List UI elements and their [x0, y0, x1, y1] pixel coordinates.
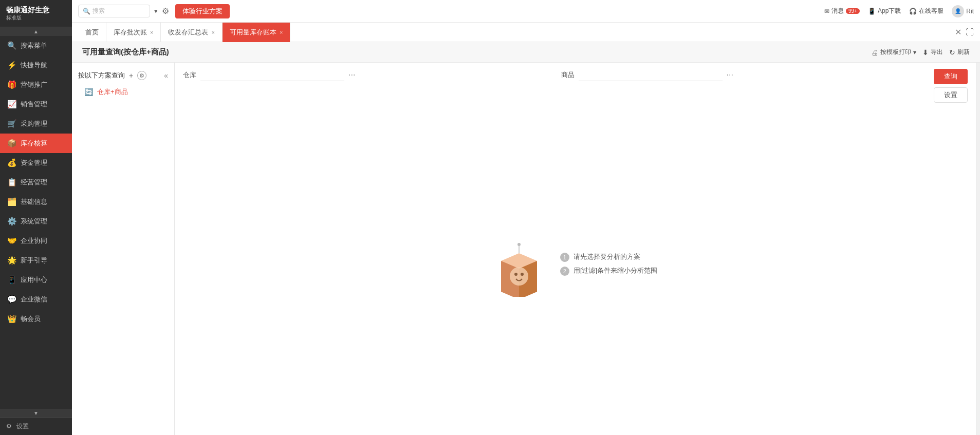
sidebar-item-system[interactable]: ⚙️系统管理: [0, 212, 72, 231]
export-btn[interactable]: ⬇ 导出: [922, 48, 943, 56]
sidebar-label-wechat: 企业微信: [21, 295, 47, 304]
tab-summary[interactable]: 收发存汇总表 ×: [161, 23, 222, 42]
app-version: 标准版: [6, 14, 66, 22]
tab-available[interactable]: 可用量库存账本 ×: [223, 23, 290, 42]
trial-button[interactable]: 体验行业方案: [175, 4, 230, 18]
topbar-search-box[interactable]: 🔍 搜索: [78, 5, 150, 17]
sidebar-item-basic[interactable]: 🗂️基础信息: [0, 192, 72, 212]
refresh-btn[interactable]: ↻ 刷新: [949, 48, 970, 56]
print-template-btn[interactable]: 🖨 按模板打印 ▾: [871, 48, 916, 56]
filter-settings-btn[interactable]: ⚙: [137, 71, 146, 80]
query-button[interactable]: 查询: [934, 69, 968, 84]
topbar-dropdown-icon[interactable]: ▾: [154, 7, 158, 15]
sidebar-item-inventory[interactable]: 📦库存核算: [0, 134, 72, 153]
sidebar-item-quick[interactable]: ⚡快捷导航: [0, 55, 72, 75]
sidebar-item-operation[interactable]: 📋经营管理: [0, 173, 72, 192]
sidebar-bottom-icon: ⚙: [6, 423, 12, 430]
user-area[interactable]: 👤 Rit: [952, 5, 974, 17]
query-filters: 仓库 ··· 商品 ···: [183, 69, 929, 81]
sidebar-label-marketing: 营销推广: [21, 80, 47, 89]
empty-hints: 1请先选择要分析的方案2用[过滤]条件来缩小分析范围: [560, 252, 657, 280]
empty-hint-2: 2用[过滤]条件来缩小分析范围: [560, 266, 657, 276]
user-name: Rit: [966, 8, 974, 15]
sidebar-item-wechat[interactable]: 💬企业微信: [0, 290, 72, 309]
warehouse-input[interactable]: [200, 69, 344, 81]
sidebar-bottom-label: 设置: [16, 423, 29, 430]
sidebar-item-marketing[interactable]: 🎁营销推广: [0, 75, 72, 94]
filter-item-warehouse-product[interactable]: 🔄 仓库+商品: [72, 83, 174, 101]
sidebar-scroll-down[interactable]: ▼: [0, 409, 72, 418]
sidebar-icon-search: 🔍: [7, 41, 16, 50]
warehouse-more-btn[interactable]: ···: [348, 70, 355, 80]
sidebar-item-sales[interactable]: 📈销售管理: [0, 94, 72, 114]
svg-point-5: [514, 273, 517, 276]
tab-batch-close[interactable]: ×: [150, 29, 153, 35]
content-area: 按以下方案查询 + ⚙ « 🔄 仓库+商品 仓库: [72, 63, 980, 435]
sidebar-icon-quick: ⚡: [7, 61, 16, 70]
sidebar-icon-operation: 📋: [7, 178, 16, 187]
filter-panel-label: 按以下方案查询: [78, 71, 125, 80]
right-scrollbar[interactable]: [976, 63, 980, 435]
tab-home-label: 首页: [85, 28, 99, 37]
export-label: 导出: [931, 48, 943, 56]
sidebar-item-finance[interactable]: 💰资金管理: [0, 153, 72, 173]
tab-available-close[interactable]: ×: [280, 29, 283, 35]
print-dropdown-icon[interactable]: ▾: [913, 49, 916, 56]
sidebar-item-apps[interactable]: 📱应用中心: [0, 270, 72, 290]
app-download-btn[interactable]: 📱 App下载: [868, 7, 901, 15]
add-icon: +: [129, 71, 133, 80]
sidebar-label-basic: 基础信息: [21, 197, 47, 206]
product-more-btn[interactable]: ···: [727, 70, 733, 80]
filter-item-label: 仓库+商品: [97, 87, 128, 97]
tabs-bar: 首页 库存批次账 × 收发存汇总表 × 可用量库存账本 × ✕ ⛶: [72, 23, 980, 42]
fullscreen-btn[interactable]: ⛶: [966, 28, 974, 37]
message-btn[interactable]: ✉ 消息 99+: [824, 7, 860, 15]
tab-batch[interactable]: 库存批次账 ×: [106, 23, 161, 42]
sidebar-icon-wechat: 💬: [7, 295, 16, 304]
sidebar: 畅康通好生意 标准版 ▲ 🔍搜索菜单⚡快捷导航🎁营销推广📈销售管理🛒采购管理📦库…: [0, 0, 72, 435]
filter-collapse-btn[interactable]: «: [164, 71, 168, 80]
page-header-actions: 🖨 按模板打印 ▾ ⬇ 导出 ↻ 刷新: [871, 48, 970, 56]
tab-home[interactable]: 首页: [78, 23, 106, 42]
sidebar-scroll-up[interactable]: ▲: [0, 27, 72, 36]
svg-point-4: [510, 267, 528, 286]
svg-point-6: [521, 273, 524, 276]
close-all-tabs-btn[interactable]: ✕: [955, 27, 961, 37]
warehouse-product-icon: 🔄: [84, 88, 93, 96]
product-filter-group: 商品 ···: [561, 69, 929, 81]
query-actions: 查询 设置: [934, 69, 968, 103]
sidebar-icon-vip: 👑: [7, 314, 16, 324]
online-service-label: 在线客服: [919, 7, 944, 15]
empty-hint-1: 1请先选择要分析的方案: [560, 252, 657, 262]
topbar-right: ✉ 消息 99+ 📱 App下载 🎧 在线客服 👤 Rit: [824, 5, 974, 17]
online-service-btn[interactable]: 🎧 在线客服: [909, 7, 944, 15]
page-title: 可用量查询(按仓库+商品): [82, 47, 169, 57]
hint-num-2: 2: [560, 267, 569, 276]
warehouse-label: 仓库: [183, 70, 196, 80]
sidebar-label-apps: 应用中心: [21, 275, 47, 285]
sidebar-label-sales: 销售管理: [21, 100, 47, 109]
sidebar-item-enterprise[interactable]: 🤝企业协同: [0, 231, 72, 251]
product-input[interactable]: [579, 69, 723, 81]
sidebar-icon-basic: 🗂️: [7, 197, 16, 206]
settings-button[interactable]: 设置: [934, 87, 968, 103]
refresh-icon: ↻: [949, 48, 955, 56]
page-header: 可用量查询(按仓库+商品) 🖨 按模板打印 ▾ ⬇ 导出 ↻ 刷新: [72, 42, 980, 63]
sidebar-item-search[interactable]: 🔍搜索菜单: [0, 36, 72, 55]
filter-panel: 按以下方案查询 + ⚙ « 🔄 仓库+商品: [72, 63, 175, 435]
sidebar-item-newbie[interactable]: 🌟新手引导: [0, 251, 72, 270]
sidebar-icon-finance: 💰: [7, 158, 16, 167]
app-download-icon: 📱: [868, 8, 876, 15]
sidebar-bottom[interactable]: ⚙ 设置: [0, 418, 72, 435]
sidebar-icon-inventory: 📦: [7, 139, 16, 148]
filter-add-btn[interactable]: +: [129, 71, 133, 80]
sidebar-icon-purchase: 🛒: [7, 119, 16, 128]
sidebar-item-vip[interactable]: 👑畅会员: [0, 309, 72, 329]
tab-summary-close[interactable]: ×: [211, 29, 214, 35]
topbar-gear-icon[interactable]: ⚙: [162, 6, 169, 16]
sidebar-logo: 畅康通好生意 标准版: [0, 0, 72, 27]
filter-panel-header: 按以下方案查询 + ⚙ «: [72, 68, 174, 83]
sidebar-item-purchase[interactable]: 🛒采购管理: [0, 114, 72, 134]
tab-summary-label: 收发存汇总表: [168, 28, 208, 37]
sidebar-icon-marketing: 🎁: [7, 80, 16, 89]
